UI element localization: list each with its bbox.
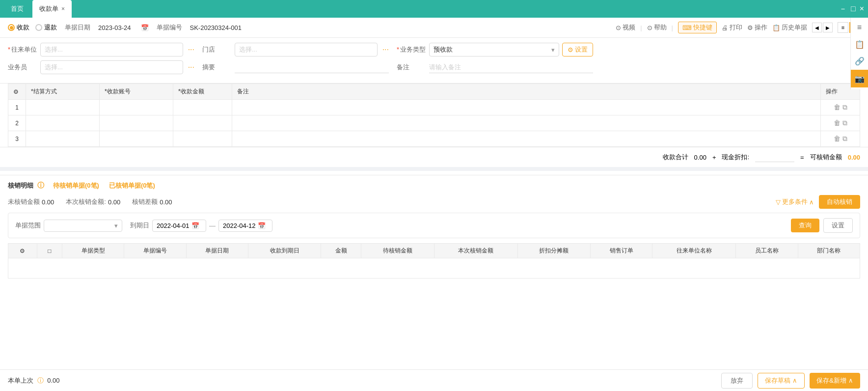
- shortcut-btn[interactable]: ⌨ 快捷键: [678, 22, 717, 33]
- total-value: 0.00: [694, 154, 706, 161]
- th-gear[interactable]: ⚙: [8, 84, 26, 100]
- gear-icon: ⚙: [568, 46, 573, 54]
- sub-th: 员工名称: [736, 244, 798, 258]
- section-divider: [0, 167, 868, 171]
- table-section: ⚙ *结算方式 *收款账号 *收款金额 备注 操作 1 🗑 ⧉ 2: [0, 84, 868, 147]
- remark-cell[interactable]: [232, 131, 821, 147]
- settlement-cell[interactable]: [26, 115, 100, 131]
- remark-field: 备注: [397, 61, 593, 73]
- save-new-btn[interactable]: 保存&新增 ∧: [810, 373, 860, 389]
- save-draft-btn[interactable]: 保存草稿 ∧: [758, 373, 805, 389]
- sub-th: 收款到期日: [248, 244, 321, 258]
- staff-input[interactable]: 选择...: [40, 60, 183, 74]
- main-content: 收款 退款 单据日期 2023-03-24 📅 单据编号 SK-20230324…: [0, 18, 868, 391]
- remark-input[interactable]: [429, 61, 593, 73]
- info-icon[interactable]: ⓘ: [37, 181, 44, 190]
- right-panel: ≡ 📋 🔗 📷: [850, 18, 868, 89]
- summary-field: 摘要: [202, 61, 389, 73]
- settlement-cell[interactable]: [26, 131, 100, 147]
- biz-type-select[interactable]: 预收款 ▾: [429, 43, 559, 56]
- account-cell[interactable]: [100, 131, 173, 147]
- amount-cell[interactable]: [173, 100, 232, 115]
- range-arrow-icon: ▾: [114, 222, 118, 229]
- rp-table-icon[interactable]: ≡: [852, 20, 868, 35]
- verify-section: 核销明细 ⓘ 待核销单据(0笔) 已核销单据(0笔) 未核销金额 0.00 本次…: [0, 175, 868, 283]
- form-section: 往来单位 选择... ··· 门店 选择... ··· 业务类型 预收款 ▾: [0, 38, 868, 84]
- tab-active[interactable]: 收款单 ×: [32, 0, 72, 18]
- partner-label: 往来单位: [8, 45, 37, 54]
- sub-th: 部门名称: [798, 244, 860, 258]
- settlement-cell[interactable]: [26, 100, 100, 115]
- setting-btn[interactable]: ⚙ 设置: [562, 43, 593, 56]
- more-filter-btn[interactable]: ▽ 更多条件 ∧: [776, 197, 814, 206]
- toolbar-actions: ⊙ 视频 | ⊙ 帮助 | ⌨ 快捷键 🖨 打印 ⚙ 操作 📋: [616, 22, 860, 33]
- rp-camera-icon[interactable]: 📷: [851, 70, 868, 87]
- radio-refund[interactable]: 退款: [35, 23, 57, 32]
- delete-icon[interactable]: 🗑: [834, 119, 841, 127]
- store-more-icon[interactable]: ···: [382, 45, 389, 54]
- store-input[interactable]: 选择...: [235, 43, 378, 56]
- delete-icon[interactable]: 🗑: [834, 135, 841, 143]
- staff-more-icon[interactable]: ···: [188, 63, 194, 72]
- copy-icon[interactable]: ⧉: [842, 103, 847, 112]
- account-cell[interactable]: [100, 115, 173, 131]
- close-icon[interactable]: ×: [860, 4, 864, 13]
- remark-cell[interactable]: [232, 100, 821, 115]
- copy-icon[interactable]: ⧉: [842, 135, 847, 143]
- discount-input[interactable]: [755, 152, 794, 162]
- help-icon: ⊙: [647, 24, 652, 31]
- list-view-icon[interactable]: ≡: [838, 22, 848, 33]
- print-icon: 🖨: [722, 24, 728, 31]
- minimize-icon[interactable]: －: [839, 4, 847, 14]
- delete-icon[interactable]: 🗑: [834, 103, 841, 112]
- maximize-icon[interactable]: □: [851, 4, 856, 13]
- amount-cell[interactable]: [173, 131, 232, 147]
- account-cell[interactable]: [100, 100, 173, 115]
- rp-clipboard-icon[interactable]: 📋: [852, 36, 868, 52]
- date-from-input[interactable]: 2022-04-01 📅: [152, 220, 206, 232]
- auto-verify-btn[interactable]: 自动核销: [819, 195, 860, 209]
- receipt-type-group: 收款 退款: [8, 23, 57, 32]
- filter-row: 单据范围 ▾ 到期日 2022-04-01 📅 — 2022-04-12 📅: [8, 213, 860, 238]
- filter-actions: 查询 设置: [791, 218, 853, 233]
- bottom-info-icon[interactable]: ⓘ: [37, 377, 44, 384]
- help-btn[interactable]: ⊙ 帮助: [647, 23, 667, 32]
- copy-icon[interactable]: ⧉: [842, 119, 847, 127]
- th-settlement: *结算方式: [26, 84, 100, 100]
- history-btn[interactable]: 📋 历史单据: [772, 23, 807, 32]
- print-btn[interactable]: 🖨 打印: [722, 23, 742, 32]
- tab-done[interactable]: 已核销单据(0笔): [104, 180, 160, 191]
- sub-th[interactable]: □: [37, 244, 62, 258]
- remark-cell[interactable]: [232, 115, 821, 131]
- tab-close-icon[interactable]: ×: [61, 5, 65, 12]
- save-arrow-icon: ∧: [848, 377, 853, 384]
- next-arrow[interactable]: ▶: [823, 23, 833, 32]
- rp-link-icon[interactable]: 🔗: [852, 53, 868, 69]
- partner-input[interactable]: 选择...: [40, 43, 183, 56]
- chevron-up-icon: ∧: [809, 198, 814, 206]
- operation-btn[interactable]: ⚙ 操作: [747, 23, 767, 32]
- row-num: 1: [8, 100, 26, 115]
- tab-home[interactable]: 首页: [4, 0, 30, 18]
- sub-table-empty-row: [8, 258, 860, 279]
- summary-input[interactable]: [235, 61, 389, 73]
- video-btn[interactable]: ⊙ 视频: [616, 23, 635, 32]
- tab-pending[interactable]: 待核销单据(0笔): [48, 180, 104, 191]
- number-value: SK-20230324-001: [190, 24, 242, 31]
- th-account: *收款账号: [100, 84, 173, 100]
- date-label: 单据日期: [65, 23, 90, 32]
- partner-more-icon[interactable]: ···: [188, 45, 194, 54]
- date-value: 2023-03-24: [98, 24, 131, 31]
- form-row-1: 往来单位 选择... ··· 门店 选择... ··· 业务类型 预收款 ▾: [8, 43, 860, 56]
- amount-cell[interactable]: [173, 115, 232, 131]
- abandon-btn[interactable]: 放弃: [721, 373, 753, 389]
- radio-collection[interactable]: 收款: [8, 23, 29, 32]
- range-select[interactable]: ▾: [44, 220, 122, 232]
- ops-cell: 🗑 ⧉: [821, 131, 860, 147]
- verify-setting-btn[interactable]: 设置: [823, 218, 853, 233]
- prev-arrow[interactable]: ◀: [812, 23, 822, 32]
- date-to-input[interactable]: 2022-04-12 📅: [218, 220, 272, 232]
- remark-label: 备注: [397, 63, 426, 72]
- calendar-icon[interactable]: 📅: [141, 24, 149, 31]
- query-btn[interactable]: 查询: [791, 219, 819, 232]
